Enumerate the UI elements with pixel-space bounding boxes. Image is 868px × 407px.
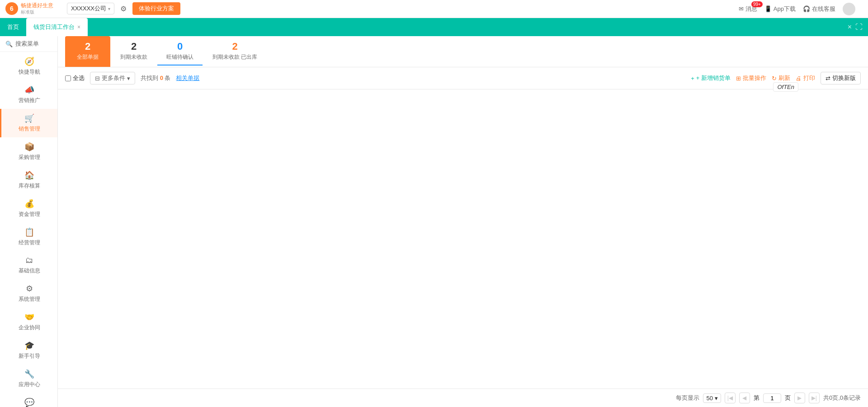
stat-tab-shipped[interactable]: 2 到期未收款 已出库 [203, 36, 266, 67]
refresh-label: 刷新 [778, 74, 790, 82]
prev-page-button[interactable]: ◀ [739, 393, 750, 403]
per-page-value: 50 [706, 395, 712, 402]
tab-workbench[interactable]: 钱货日清工作台 × [26, 18, 88, 36]
sidebar-item-label: 采购管理 [19, 154, 40, 161]
sidebar-item-system[interactable]: ⚙ 系统管理 [0, 279, 57, 308]
print-label: 打印 [803, 74, 815, 82]
filter-icon: ⊟ [95, 75, 100, 82]
filter-label: 更多条件 [102, 74, 125, 82]
sidebar-item-guide[interactable]: 🎓 新手引导 [0, 336, 57, 365]
stat-label-shipped: 到期未收款 已出库 [212, 53, 257, 61]
sidebar-item-quick-nav[interactable]: 🧭 快捷导航 [0, 52, 57, 80]
sidebar-item-sales[interactable]: 🛒 销售管理 [0, 109, 57, 137]
wechat-icon: 💬 [24, 398, 34, 407]
sidebar-item-purchase[interactable]: 📦 采购管理 [0, 137, 57, 166]
page-input[interactable] [763, 393, 781, 403]
sidebar-item-label: 销售管理 [19, 125, 40, 133]
refresh-icon: ↻ [772, 75, 777, 82]
batch-icon: ⊞ [736, 75, 741, 82]
sidebar-item-inventory[interactable]: 🏠 库存核算 [0, 166, 57, 194]
toolbar-left: 全选 ⊟ 更多条件 ▾ 共找到 0 条 相关单据 [65, 72, 685, 84]
filter-button[interactable]: ⊟ 更多条件 ▾ [90, 72, 135, 84]
sidebar-item-enterprise[interactable]: 🤝 企业协同 [0, 308, 57, 336]
company-selector[interactable]: XXXXXX公司 ▾ [67, 3, 114, 14]
switch-version-button[interactable]: ⇄ 切换新版 [821, 72, 861, 84]
maximize-icon[interactable]: ⛶ [855, 23, 863, 31]
stat-tab-overdue[interactable]: 2 到期未收款 [111, 36, 156, 67]
found-prefix: 共找到 [141, 75, 158, 81]
filter-chevron-icon: ▾ [127, 75, 130, 82]
next-page-button[interactable]: ▶ [794, 393, 805, 403]
stat-tab-pending[interactable]: 0 旺铺待确认 [157, 36, 203, 67]
pagination: 每页显示 50 ▾ |◀ ◀ 第 页 ▶ ▶| 共0页,0条记录 [58, 388, 868, 407]
app-download-button[interactable]: 📱 App下载 [764, 5, 796, 13]
select-all-label: 全选 [73, 74, 85, 82]
avatar[interactable] [843, 3, 855, 15]
sidebar-item-label: 应用中心 [19, 381, 40, 388]
add-sale-order-button[interactable]: + + 新增销货单 [691, 74, 731, 82]
logo-icon: 6 [5, 2, 18, 15]
often-badge: OfTEn [773, 82, 798, 92]
download-icon: 📱 [764, 5, 772, 12]
per-page-label: 每页显示 [676, 394, 699, 402]
batch-operation-button[interactable]: ⊞ 批量操作 [736, 74, 766, 82]
sidebar-item-label: 系统管理 [19, 295, 40, 303]
sidebar-item-label: 资金管理 [19, 211, 40, 218]
sidebar-item-label: 基础信息 [19, 267, 40, 275]
chevron-down-icon: ▾ [108, 6, 110, 11]
first-page-button[interactable]: |◀ [725, 393, 736, 403]
tab-home-label: 首页 [7, 23, 19, 31]
stat-tab-all[interactable]: 2 全部单据 [65, 36, 110, 67]
tab-underline [157, 65, 203, 65]
trial-button[interactable]: 体验行业方案 [132, 2, 180, 15]
top-bar-right: ✉ 消息 99+ 📱 App下载 🎧 在线客服 [739, 3, 863, 15]
sidebar-search[interactable]: 🔍 搜索菜单 [0, 36, 57, 52]
add-btn-label: + 新增销货单 [696, 74, 731, 82]
sidebar-item-finance[interactable]: 💰 资金管理 [0, 194, 57, 223]
table-area [58, 89, 868, 388]
close-window-icon[interactable]: × [848, 23, 852, 31]
message-badge: 99+ [751, 1, 763, 7]
sidebar-item-label: 快捷导航 [19, 68, 40, 76]
last-page-button[interactable]: ▶| [809, 393, 820, 403]
found-num: 0 [160, 75, 163, 81]
sidebar-item-marketing[interactable]: 📣 营销推广 [0, 80, 57, 109]
related-link[interactable]: 相关单据 [176, 74, 199, 82]
headset-icon: 🎧 [803, 5, 810, 12]
print-icon: 🖨 [796, 75, 802, 82]
sidebar-item-label: 企业协同 [19, 324, 40, 332]
message-button[interactable]: ✉ 消息 99+ [739, 5, 757, 13]
close-tab-icon[interactable]: × [77, 24, 80, 30]
toolbar: 全选 ⊟ 更多条件 ▾ 共找到 0 条 相关单据 + + 新增销货单 [58, 67, 868, 89]
sidebar-search-label: 搜索菜单 [15, 40, 39, 48]
tab-home[interactable]: 首页 [0, 18, 26, 36]
online-service-label: 在线客服 [812, 5, 835, 13]
top-bar: 6 畅捷通好生意 标准版 XXXXXX公司 ▾ ⚙ 体验行业方案 ✉ 消息 99… [0, 0, 868, 18]
online-service-button[interactable]: 🎧 在线客服 [803, 5, 835, 13]
marketing-icon: 📣 [24, 85, 34, 95]
app-center-icon: 🔧 [24, 369, 34, 379]
settings-icon[interactable]: ⚙ [118, 3, 129, 14]
sidebar-item-wechat[interactable]: 💬 企业微信 [0, 393, 57, 407]
message-icon: ✉ [739, 5, 744, 12]
finance-icon: 💰 [24, 199, 34, 209]
sidebar-item-app-center[interactable]: 🔧 应用中心 [0, 365, 57, 393]
select-all-checkbox[interactable]: 全选 [65, 74, 85, 82]
sidebar-item-label: 新手引导 [19, 352, 40, 360]
base-info-icon: 🗂 [25, 256, 33, 265]
select-all-input[interactable] [65, 75, 71, 81]
enterprise-icon: 🤝 [24, 312, 34, 322]
main-layout: 🔍 搜索菜单 🧭 快捷导航 📣 营销推广 🛒 销售管理 📦 采购管理 🏠 库存核… [0, 36, 868, 407]
sidebar-item-label: 库存核算 [19, 182, 40, 190]
sidebar: 🔍 搜索菜单 🧭 快捷导航 📣 营销推广 🛒 销售管理 📦 采购管理 🏠 库存核… [0, 36, 58, 407]
sidebar-item-operation[interactable]: 📋 经营管理 [0, 223, 57, 251]
sidebar-item-base-info[interactable]: 🗂 基础信息 [0, 251, 57, 279]
per-page-select[interactable]: 50 ▾ [703, 393, 721, 403]
stat-label-pending: 旺铺待确认 [166, 53, 193, 61]
refresh-button[interactable]: ↻ 刷新 [772, 74, 790, 82]
print-button[interactable]: 🖨 打印 [796, 74, 815, 82]
stat-num-all: 2 [85, 41, 90, 52]
found-text: 共找到 0 条 [141, 74, 170, 82]
tab-workbench-label: 钱货日清工作台 [33, 23, 75, 31]
logo-area: 6 畅捷通好生意 标准版 [5, 2, 63, 15]
